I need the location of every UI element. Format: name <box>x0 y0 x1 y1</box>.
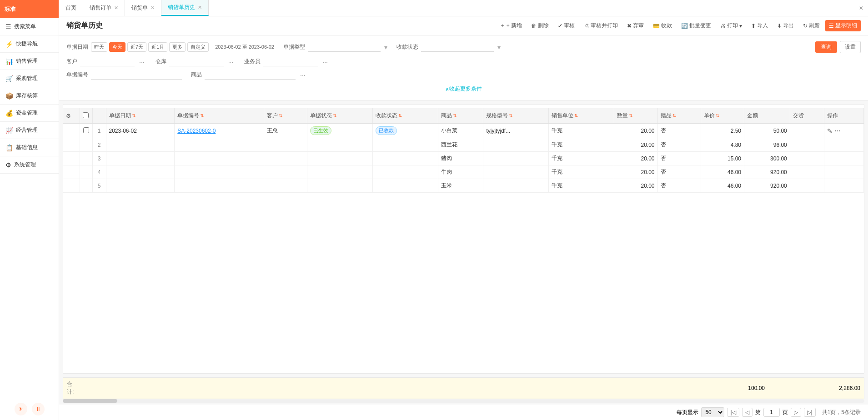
toolbar-new-btn[interactable]: ＋ + 新增 <box>496 20 526 31</box>
sidebar-item-quick[interactable]: ⚡ 快捷导航 <box>0 35 59 53</box>
page-label: 第 <box>755 409 761 416</box>
sidebar-bottom-btn2[interactable]: ⏸ <box>32 403 45 415</box>
last-page-btn[interactable]: ▷| <box>804 408 816 417</box>
td-no <box>175 152 264 165</box>
tab-home[interactable]: 首页 <box>59 0 83 16</box>
tab-sales-order-close[interactable]: ✕ <box>114 5 118 11</box>
date-btn-1month[interactable]: 近1月 <box>148 42 167 52</box>
staff-input[interactable] <box>263 57 318 66</box>
per-page-select[interactable]: 50 100 200 <box>701 407 724 417</box>
date-btn-7days[interactable]: 近7天 <box>127 42 146 52</box>
td-amount: 300.00 <box>744 152 790 165</box>
collect-status-dropdown-icon[interactable]: ▾ <box>497 44 501 51</box>
date-btn-custom[interactable]: 自定义 <box>187 42 209 52</box>
next-page-btn[interactable]: ▷ <box>791 408 801 417</box>
doc-type-label: 单据类型 <box>283 43 305 51</box>
th-goods[interactable]: 商品⇅ <box>438 108 483 124</box>
row-checkbox[interactable] <box>83 127 89 133</box>
collapse-button[interactable]: ∧ 收起更多条件 <box>66 83 861 95</box>
td-gift: 否 <box>657 179 701 193</box>
sidebar-bottom-btn1[interactable]: ☀ <box>15 403 27 415</box>
settings-button[interactable]: 设置 <box>840 41 861 53</box>
doc-type-input[interactable] <box>308 42 381 52</box>
date-btn-yesterday[interactable]: 昨天 <box>91 42 107 52</box>
toolbar-export-btn[interactable]: ⬇ 导出 <box>773 20 798 31</box>
th-customer[interactable]: 客户⇅ <box>264 108 307 124</box>
tabs-close-all[interactable]: ✕ <box>854 0 868 16</box>
toolbar-audit-btn[interactable]: ✔ 审核 <box>554 20 578 31</box>
search-menu-icon: ☰ <box>5 23 11 30</box>
warehouse-ellipsis-btn[interactable]: ··· <box>226 58 236 65</box>
goods-ellipsis-btn[interactable]: ··· <box>298 71 307 79</box>
doc-type-dropdown-icon[interactable]: ▾ <box>384 44 387 51</box>
th-collect-status[interactable]: 收款状态⇅ <box>373 108 438 124</box>
toolbar-delete-btn[interactable]: 🗑 删除 <box>527 20 552 31</box>
th-gift[interactable]: 赠品⇅ <box>657 108 701 124</box>
filter-goods: 商品 ··· <box>191 70 307 80</box>
sidebar-item-search[interactable]: ☰ 搜索菜单 <box>0 18 59 35</box>
toolbar-abandon-btn[interactable]: ✖ 弃审 <box>623 20 647 31</box>
th-qty[interactable]: 数量⇅ <box>614 108 657 124</box>
td-gift: 否 <box>657 152 701 165</box>
toolbar-collect-btn[interactable]: 💳 收款 <box>649 20 676 31</box>
doc-no-input[interactable] <box>91 70 182 80</box>
date-btn-today[interactable]: 今天 <box>109 42 125 52</box>
sidebar-item-info[interactable]: 📋 基础信息 <box>0 139 59 156</box>
th-unit[interactable]: 销售单位⇅ <box>549 108 614 124</box>
total-label: 合计: <box>67 380 88 396</box>
page-number-input[interactable] <box>763 408 780 417</box>
tab-sales-history[interactable]: 销货单历史 ✕ <box>161 0 209 16</box>
toolbar-show-details-btn[interactable]: ☰ 显示明细 <box>825 20 861 31</box>
quick-nav-icon: ⚡ <box>5 40 13 48</box>
th-date[interactable]: 单据日期⇅ <box>106 108 175 124</box>
tab-sales-delivery[interactable]: 销货单 ✕ <box>125 0 161 16</box>
td-goods: 玉米 <box>438 179 483 193</box>
tab-sales-delivery-close[interactable]: ✕ <box>151 5 155 11</box>
customer-ellipsis-btn[interactable]: ··· <box>137 58 146 65</box>
td-unit: 千克 <box>549 165 614 179</box>
date-range-text: 2023-06-02 至 2023-06-02 <box>215 44 274 50</box>
td-checkbox <box>80 124 92 138</box>
td-actions <box>824 179 863 193</box>
prev-page-btn[interactable]: ◁ <box>742 408 753 417</box>
scrollbar-thumb[interactable] <box>63 399 117 403</box>
toolbar-batch-change-btn[interactable]: 🔄 批量变更 <box>677 20 715 31</box>
sidebar-item-finance[interactable]: 💰 资金管理 <box>0 105 59 122</box>
tab-sales-order[interactable]: 销售订单 ✕ <box>83 0 125 16</box>
sidebar-item-ops[interactable]: 📈 经营管理 <box>0 122 59 139</box>
toolbar-print-btn[interactable]: 🖨 打印 ▾ <box>717 20 746 31</box>
query-btn-area: 查询 设置 <box>815 41 861 53</box>
more-btn[interactable]: ⋯ <box>834 127 841 135</box>
tab-sales-history-close[interactable]: ✕ <box>198 5 202 10</box>
query-button[interactable]: 查询 <box>815 41 837 53</box>
sidebar-item-inventory[interactable]: 📦 库存核算 <box>0 87 59 105</box>
data-table: ⚙ 单据日期⇅ 单据编号⇅ 客户⇅ 单据状态⇅ 收款状态⇅ 商品⇅ 规格型号⇅ … <box>63 108 864 193</box>
toolbar-refresh-btn[interactable]: ↻ 刷新 <box>799 20 823 31</box>
first-page-btn[interactable]: |◁ <box>727 408 739 417</box>
th-gear[interactable]: ⚙ <box>63 108 80 124</box>
sidebar-item-purchase[interactable]: 🛒 采购管理 <box>0 70 59 87</box>
sidebar-item-sales[interactable]: 📊 销售管理 <box>0 53 59 70</box>
toolbar-audit-print-btn[interactable]: 🖨 审核并打印 <box>580 20 622 31</box>
staff-ellipsis-btn[interactable]: ··· <box>321 58 330 65</box>
td-no <box>175 138 264 152</box>
th-doc-status[interactable]: 单据状态⇅ <box>307 108 373 124</box>
sidebar-item-system[interactable]: ⚙ 系统管理 <box>0 156 59 174</box>
th-spec[interactable]: 规格型号⇅ <box>483 108 549 124</box>
goods-input[interactable] <box>205 70 296 80</box>
doc-no-link[interactable]: SA-20230602-0 <box>177 128 216 134</box>
th-no[interactable]: 单据编号⇅ <box>175 108 264 124</box>
toolbar-import-btn[interactable]: ⬆ 导入 <box>748 20 772 31</box>
collect-status-input[interactable] <box>421 42 494 52</box>
horizontal-scrollbar[interactable] <box>63 399 864 403</box>
edit-btn[interactable]: ✎ <box>827 127 833 135</box>
th-price[interactable]: 单价⇅ <box>701 108 744 124</box>
th-index <box>92 108 106 124</box>
show-details-icon: ☰ <box>829 23 834 29</box>
date-btn-more[interactable]: 更多 <box>169 42 186 52</box>
td-checkbox <box>80 165 92 179</box>
page-header: 销货单历史 ＋ + 新增 🗑 删除 ✔ 审核 🖨 审核并打印 <box>59 16 868 35</box>
select-all-checkbox[interactable] <box>83 112 89 118</box>
customer-input[interactable] <box>80 57 135 66</box>
warehouse-input[interactable] <box>169 57 224 66</box>
